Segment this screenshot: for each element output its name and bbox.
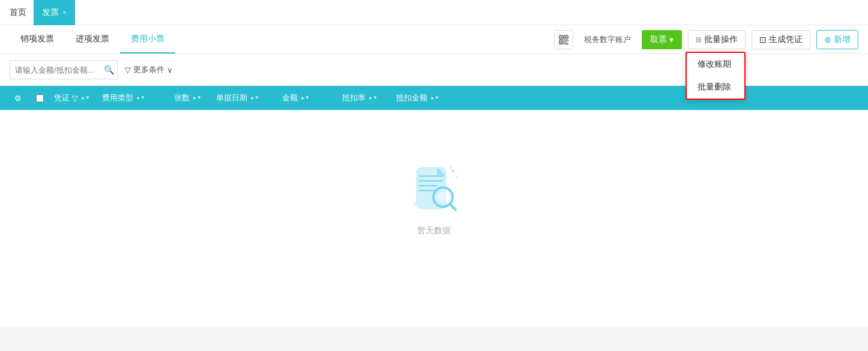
svg-rect-9 [564, 41, 565, 43]
invoice-tab-close[interactable]: × [62, 8, 67, 17]
sub-tabs-right: 税务数字账户 取票 ▾ ⊞ 批量操作 修改账期 批量删除 ⊡ 生成凭证 ⊕ 新增 [554, 30, 858, 49]
voucher-filter-icon: ▽ [72, 94, 78, 103]
svg-rect-12 [566, 43, 569, 44]
svg-rect-5 [561, 41, 562, 43]
svg-rect-11 [564, 43, 565, 44]
amount-sort: ▲▼ [300, 96, 310, 100]
content-area: ⚙ 凭证 ▽ ▲▼ 费用类型 ▲▼ 张数 ▲▼ 单据日期 ▲▼ 金额 ▲▼ 抵扣… [0, 86, 868, 326]
th-checkbox[interactable] [31, 94, 49, 102]
batch-ops-icon: ⊞ [696, 35, 702, 44]
th-deduct-amount[interactable]: 抵扣金额 ▲▼ [391, 93, 457, 103]
svg-point-18 [456, 176, 458, 177]
svg-rect-6 [564, 40, 565, 41]
svg-point-19 [450, 166, 452, 168]
svg-rect-10 [566, 41, 567, 43]
take-ticket-chevron: ▾ [669, 35, 674, 44]
svg-rect-3 [565, 36, 567, 38]
voucher-sort: ▲▼ [80, 96, 90, 100]
tab-expense[interactable]: 费用小票 [120, 25, 175, 53]
empty-state: 暂无数据 [0, 110, 868, 260]
tab-input[interactable]: 进项发票 [65, 25, 120, 53]
add-new-button[interactable]: ⊕ 新增 [816, 30, 858, 49]
svg-point-17 [452, 170, 454, 172]
count-sort: ▲▼ [192, 96, 202, 100]
th-amount[interactable]: 金额 ▲▼ [277, 93, 337, 103]
deduct-amount-sort: ▲▼ [430, 96, 439, 100]
settings-icon: ⚙ [14, 94, 22, 103]
invoice-tab[interactable]: 发票 × [34, 0, 75, 25]
svg-rect-1 [561, 36, 562, 38]
expense-sort: ▲▼ [136, 96, 145, 100]
th-voucher[interactable]: 凭证 ▽ ▲▼ [49, 93, 97, 103]
svg-line-16 [450, 204, 456, 210]
batch-ops-dropdown: 修改账期 批量删除 [686, 52, 746, 100]
empty-text: 暂无数据 [417, 225, 451, 236]
th-date[interactable]: 单据日期 ▲▼ [211, 93, 277, 103]
th-deduct-rate[interactable]: 抵扣率 ▲▼ [337, 93, 391, 103]
search-wrap: 🔍 [10, 60, 118, 79]
batch-ops-button[interactable]: ⊞ 批量操作 [688, 30, 746, 49]
th-settings[interactable]: ⚙ [10, 94, 31, 103]
invoice-tab-label: 发票 [42, 7, 59, 18]
th-count[interactable]: 张数 ▲▼ [169, 93, 211, 103]
take-ticket-button[interactable]: 取票 ▾ [642, 30, 682, 49]
more-filter-button[interactable]: ▽ 更多条件 ∨ [125, 64, 173, 75]
tab-sales[interactable]: 销项发票 [10, 25, 65, 53]
search-input[interactable] [15, 66, 104, 75]
th-expense-type[interactable]: 费用类型 ▲▼ [97, 93, 169, 103]
sub-tabs-left: 销项发票 进项发票 费用小票 [10, 25, 175, 53]
modify-period-item[interactable]: 修改账期 [687, 53, 744, 76]
search-icon[interactable]: 🔍 [104, 65, 114, 75]
qr-code-button[interactable] [554, 30, 573, 49]
generate-voucher-button[interactable]: ⊡ 生成凭证 [752, 30, 810, 49]
qr-icon [558, 34, 569, 45]
sub-tabs-bar: 销项发票 进项发票 费用小票 [0, 25, 868, 54]
deduct-rate-sort: ▲▼ [368, 96, 378, 100]
svg-rect-8 [567, 40, 568, 41]
batch-ops-container: ⊞ 批量操作 修改账期 批量删除 [688, 30, 746, 49]
add-icon: ⊕ [824, 35, 831, 44]
tax-account-button[interactable]: 税务数字账户 [579, 32, 636, 47]
batch-delete-item[interactable]: 批量删除 [687, 76, 744, 99]
voucher-icon: ⊡ [759, 35, 767, 44]
top-nav: 首页 发票 × [0, 0, 868, 25]
date-sort: ▲▼ [250, 96, 259, 100]
filter-chevron-icon: ∨ [167, 66, 173, 75]
select-all-checkbox[interactable] [36, 94, 44, 102]
svg-rect-7 [566, 40, 567, 41]
svg-point-15 [437, 191, 449, 203]
filter-icon: ▽ [125, 66, 131, 75]
home-link[interactable]: 首页 [10, 7, 34, 18]
empty-icon [404, 158, 464, 218]
